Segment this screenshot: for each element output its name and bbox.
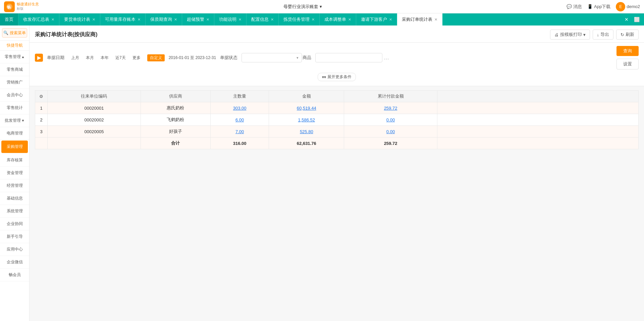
sidebar-item-retail-store[interactable]: 零售商城 [0, 63, 29, 76]
row1-qty[interactable]: 303.00 [210, 102, 269, 114]
quick-nav-btn[interactable]: 快捷导航 [0, 41, 29, 51]
close-tab-yaohuo[interactable]: ✕ [92, 17, 95, 22]
newbie-label: 新手引导 [7, 234, 23, 239]
app-download-btn[interactable]: 📱 App下载 [587, 4, 610, 10]
tab-keyongliang[interactable]: 可用量库存账本 ✕ [100, 13, 146, 25]
close-tab-jianhuo[interactable]: ✕ [312, 17, 315, 22]
tab-peizhi[interactable]: 配置信息 ✕ [247, 13, 279, 25]
refresh-label: 刷新 [626, 32, 634, 38]
custom-date-tag[interactable]: 自定义 [147, 54, 165, 61]
row1-supplier: 惠氏奶粉 [141, 102, 210, 114]
row3-amount[interactable]: 525.80 [269, 126, 344, 138]
enterprise-label: 企业协同 [7, 221, 23, 227]
tab-chachu[interactable]: 超储预警 ✕ [182, 13, 214, 25]
maximize-btn[interactable]: ⬜ [632, 15, 641, 24]
search-menu-btn[interactable]: 🔍 搜索菜单 [2, 28, 27, 38]
wholesale-expand-icon: ▼ [21, 119, 25, 122]
shortcut-7days[interactable]: 近7天 [113, 54, 128, 61]
col-gear[interactable]: ⚙ [35, 91, 48, 102]
sidebar-item-wechat[interactable]: 企业微信 [0, 256, 29, 269]
row2-amount[interactable]: 1,586.52 [269, 114, 344, 126]
close-tab-caigou[interactable]: ✕ [434, 17, 437, 22]
sidebar-item-marketing[interactable]: 营销推广 [0, 76, 29, 89]
close-tab-gongneng[interactable]: ✕ [238, 17, 241, 22]
user-area[interactable]: E demo2 [616, 2, 640, 11]
footer-extra [437, 138, 639, 149]
shortcut-last-month[interactable]: 上月 [68, 54, 82, 61]
tab-gongneng[interactable]: 功能说明 ✕ [214, 13, 247, 25]
retail-expand-icon: ▲ [21, 55, 25, 59]
shortcut-this-month[interactable]: 本月 [83, 54, 97, 61]
sidebar-item-member[interactable]: 会员中心 [0, 89, 29, 102]
top-bar: 畅 畅捷通好生意 标版 母婴行业演示账套 ▾ 💬 消息 📱 App下载 E de… [0, 0, 644, 13]
sidebar-item-inventory[interactable]: 库存核算 [0, 154, 29, 167]
sidebar-item-vip[interactable]: 畅会员 [0, 269, 29, 281]
close-tab-keyongliang[interactable]: ✕ [138, 17, 141, 22]
query-btn[interactable]: 查询 [616, 46, 639, 56]
row1-amount[interactable]: 60,519.44 [269, 102, 344, 114]
data-table: ⚙ 往来单位编码 供应商 主数量 金额 累计付款金额 1 00020001 惠氏… [35, 90, 639, 149]
logo-subtext: 标版 [17, 6, 39, 11]
tab-shoufacun[interactable]: 收发存汇总表 ✕ [18, 13, 59, 25]
close-tab-chachu[interactable]: ✕ [206, 17, 209, 22]
footer-empty-2 [48, 138, 141, 149]
close-all-tabs-btn[interactable]: ✕ [622, 15, 631, 24]
row1-paid[interactable]: 259.72 [344, 102, 437, 114]
goods-input[interactable] [315, 53, 382, 62]
footer-label: 合计 [141, 138, 210, 149]
sidebar-item-ecommerce[interactable]: 电商管理 [0, 127, 29, 140]
sidebar-item-finance[interactable]: 资金管理 [0, 167, 29, 179]
export-btn[interactable]: ↓ 导出 [593, 30, 614, 40]
expand-more-btn[interactable]: ▾▾ 展开更多条件 [318, 73, 356, 81]
status-select[interactable] [241, 53, 302, 62]
close-tab-shoufacun[interactable]: ✕ [51, 17, 54, 22]
sidebar-item-appstore[interactable]: 应用中心 [0, 243, 29, 256]
row2-qty[interactable]: 6.00 [210, 114, 269, 126]
table-header-row: ⚙ 往来单位编码 供应商 主数量 金额 累计付款金额 [35, 91, 639, 102]
tab-home[interactable]: 首页 [0, 13, 18, 25]
search-icon: 🔍 [3, 31, 8, 35]
tab-baozhi[interactable]: 保质期查询 ✕ [146, 13, 182, 25]
tab-yaohuo[interactable]: 要货单统计表 ✕ [59, 13, 100, 25]
row3-qty[interactable]: 7.00 [210, 126, 269, 138]
date-from: 2016-01-01 [169, 55, 189, 60]
sidebar-item-enterprise[interactable]: 企业协同 [0, 218, 29, 230]
close-tab-chengben[interactable]: ✕ [348, 17, 351, 22]
sidebar-item-operations[interactable]: 经营管理 [0, 179, 29, 192]
sidebar-item-system[interactable]: 系统管理 [0, 205, 29, 218]
app-download-label: App下载 [594, 4, 610, 10]
filter-toggle-btn[interactable]: ▶ [35, 54, 43, 62]
tab-gongneng-label: 功能说明 [219, 16, 236, 22]
close-tab-yaoqing[interactable]: ✕ [389, 17, 392, 22]
workspace-selector[interactable]: 母婴行业演示账套 ▾ [283, 4, 322, 10]
row1-no: 1 [35, 102, 48, 114]
sidebar-item-wholesale[interactable]: 批发管理 ▼ [0, 114, 29, 127]
sidebar-item-retail-stat[interactable]: 零售统计 [0, 102, 29, 114]
table-area: ⚙ 往来单位编码 供应商 主数量 金额 累计付款金额 1 00020001 惠氏… [30, 86, 644, 321]
tab-caigou-active[interactable]: 采购订单统计表 ✕ [397, 13, 442, 25]
date-separator: 至 [190, 55, 195, 60]
refresh-btn[interactable]: ↻ 刷新 [616, 30, 639, 40]
row2-paid[interactable]: 0.00 [344, 114, 437, 126]
main-content: 采购订单统计表(按供应商) 🖨 按模板打印 ▾ ↓ 导出 ↻ 刷新 [30, 25, 644, 321]
print-btn[interactable]: 🖨 按模板打印 ▾ [550, 30, 590, 40]
row2-supplier: 飞鹤奶粉 [141, 114, 210, 126]
tab-jianhuo[interactable]: 拣货任务管理 ✕ [279, 13, 320, 25]
sidebar-item-basic[interactable]: 基础信息 [0, 192, 29, 205]
goods-more-icon[interactable]: … [384, 55, 389, 61]
user-avatar: E [616, 2, 625, 11]
close-tab-peizhi[interactable]: ✕ [271, 17, 274, 22]
sidebar-item-purchase[interactable]: 采购管理 [1, 141, 28, 153]
tab-yaoqing[interactable]: 邀请下游客户 ✕ [356, 13, 397, 25]
message-btn[interactable]: 💬 消息 [567, 4, 582, 10]
shortcut-more[interactable]: 更多 [130, 54, 143, 61]
sidebar-item-retail[interactable]: 零售管理 ▲ [0, 51, 29, 63]
row3-paid[interactable]: 0.00 [344, 126, 437, 138]
sidebar-item-newbie[interactable]: 新手引导 [0, 230, 29, 243]
goods-filter-label: 商品 [303, 55, 311, 61]
date-range-text: 2016-01-01 至 2023-12-31 [169, 55, 216, 61]
tab-chengben[interactable]: 成本调整单 ✕ [320, 13, 356, 25]
shortcut-this-year[interactable]: 本年 [98, 54, 111, 61]
settings-btn[interactable]: 设置 [616, 59, 639, 69]
close-tab-baozhi[interactable]: ✕ [174, 17, 177, 22]
